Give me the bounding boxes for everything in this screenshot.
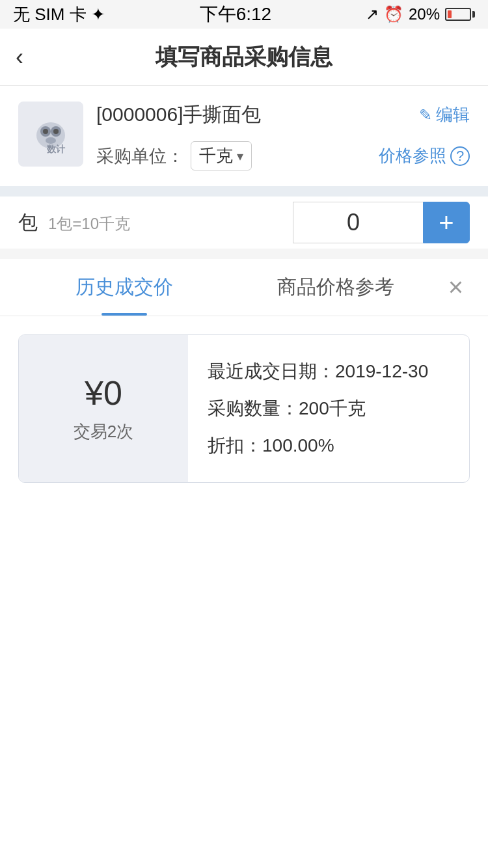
panel-tabs: 历史成交价 商品价格参考 ×: [0, 259, 488, 316]
panel-content: ¥0 交易2次 最近成交日期：2019-12-30 采购数量：200千克 折扣：…: [0, 316, 488, 501]
signal-text: 无 SIM 卡 ✦: [13, 3, 105, 26]
product-thumbnail: 数计: [18, 102, 83, 167]
battery-icon: [445, 8, 475, 21]
product-name: [0000006]手撕面包: [96, 102, 261, 128]
status-bar: 无 SIM 卡 ✦ 下午6:12 ↗ ⏰ 20%: [0, 0, 488, 29]
price-amount: ¥0: [85, 373, 122, 413]
quantity-unit: 包: [18, 210, 38, 236]
quantity-row: 包 1包=10千克 +: [0, 197, 488, 249]
panel-close-button[interactable]: ×: [442, 273, 470, 302]
price-value: 0: [103, 374, 122, 412]
tab-product-price-ref[interactable]: 商品价格参考: [230, 259, 441, 316]
tab-product-price-ref-label: 商品价格参考: [277, 274, 394, 301]
unit-dropdown-icon: ▾: [237, 148, 243, 164]
price-quantity-label: 采购数量：: [208, 398, 299, 418]
quantity-conversion: 1包=10千克: [48, 213, 130, 234]
bottom-space: [0, 501, 488, 868]
unit-value: 千克: [199, 144, 233, 167]
product-unit-row: 采购单位： 千克 ▾ 价格参照 ?: [96, 141, 470, 170]
product-logo-icon: 数计: [31, 115, 70, 154]
back-button[interactable]: ‹: [16, 44, 23, 71]
nav-bar: ‹ 填写商品采购信息: [0, 29, 488, 86]
unit-select[interactable]: 千克 ▾: [191, 141, 252, 170]
price-quantity-value: 200千克: [299, 398, 366, 418]
product-info: [0000006]手撕面包 ✎ 编辑 采购单位： 千克 ▾ 价格参照 ?: [96, 102, 470, 170]
battery-percent: 20%: [409, 5, 440, 23]
status-left: 无 SIM 卡 ✦: [13, 3, 105, 26]
edit-label: 编辑: [436, 103, 470, 126]
product-title-row: [0000006]手撕面包 ✎ 编辑: [96, 102, 470, 128]
price-date-row: 最近成交日期：2019-12-30: [208, 359, 450, 384]
svg-point-5: [46, 137, 56, 144]
unit-label: 采购单位： 千克 ▾: [96, 141, 252, 170]
status-right: ↗ ⏰ 20%: [366, 5, 475, 23]
location-icon: ↗: [366, 5, 379, 23]
product-section: 数计 [0000006]手撕面包 ✎ 编辑 采购单位： 千克 ▾: [0, 86, 488, 186]
tab-history-price-label: 历史成交价: [75, 274, 173, 301]
price-ref-label: 价格参照: [379, 144, 446, 167]
product-header: 数计 [0000006]手撕面包 ✎ 编辑 采购单位： 千克 ▾: [18, 102, 470, 170]
alarm-icon: ⏰: [384, 5, 403, 23]
price-card: ¥0 交易2次 最近成交日期：2019-12-30 采购数量：200千克 折扣：…: [18, 334, 470, 483]
svg-point-4: [53, 129, 59, 134]
tab-active-indicator: [102, 313, 147, 316]
quantity-input[interactable]: [293, 202, 423, 243]
price-currency: ¥: [85, 374, 103, 412]
quantity-label: 包 1包=10千克: [18, 210, 130, 236]
price-discount-label: 折扣：: [208, 435, 262, 455]
price-ref-button[interactable]: 价格参照 ?: [379, 144, 470, 167]
price-transactions: 交易2次: [74, 420, 133, 443]
status-time: 下午6:12: [200, 2, 272, 27]
svg-point-3: [43, 129, 48, 134]
price-discount-row: 折扣：100.00%: [208, 433, 450, 458]
edit-button[interactable]: ✎ 编辑: [419, 103, 470, 126]
page-title: 填写商品采购信息: [156, 42, 332, 72]
price-right: 最近成交日期：2019-12-30 采购数量：200千克 折扣：100.00%: [188, 335, 469, 482]
section-divider: [0, 186, 488, 197]
price-ref-help-icon: ?: [450, 146, 470, 166]
svg-text:数计: 数计: [46, 144, 66, 154]
price-panel: 历史成交价 商品价格参考 × ¥0 交易2次 最近成交日期：2019-12-30…: [0, 259, 488, 501]
price-quantity-row: 采购数量：200千克: [208, 396, 450, 421]
quantity-input-group: +: [293, 202, 470, 243]
price-date-label: 最近成交日期：: [208, 361, 335, 381]
unit-label-text: 采购单位：: [96, 144, 184, 168]
quantity-plus-button[interactable]: +: [423, 202, 470, 243]
price-discount-value: 100.00%: [262, 435, 334, 455]
edit-icon: ✎: [419, 106, 432, 124]
tab-history-price[interactable]: 历史成交价: [18, 259, 230, 316]
price-left: ¥0 交易2次: [19, 335, 188, 482]
price-date-value: 2019-12-30: [335, 361, 428, 381]
